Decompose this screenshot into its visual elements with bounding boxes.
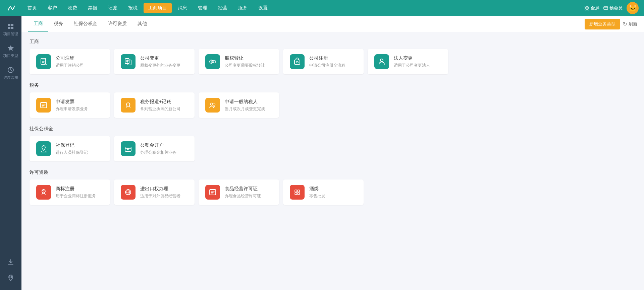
nav-message[interactable]: 消息 [173,3,192,13]
nav-service[interactable]: 服务 [233,3,252,13]
section-title-business: 工商 [30,39,636,45]
card-icon-invoice [36,98,51,113]
location-icon-btn[interactable] [0,271,21,285]
sidebar-item-project-type[interactable]: 项目类型 [0,41,21,62]
card-info-company-register: 公司注册 申请公司注册全流程 [309,55,357,68]
nav-bill[interactable]: 票据 [83,3,102,13]
card-company-change[interactable]: 公司变更 股权变更外的业务变更 [114,49,195,74]
logo [5,2,17,14]
svg-point-20 [380,59,383,62]
card-icon-alcohol [290,185,305,200]
fullscreen-btn[interactable]: 全屏 [585,5,599,11]
cards-grid-business: 公司注销 适用于注销公司 公司变更 股权变更外的业务变更 [30,49,636,74]
svg-rect-1 [588,6,589,7]
card-info-trademark: 商标注册 用于企业商标注册服务 [56,186,103,199]
nav-business[interactable]: 工商项目 [144,3,172,13]
card-info-fund-account: 公积金开户 办理公积金相关业务 [140,142,188,155]
tab-business[interactable]: 工商 [28,16,48,32]
tab-other[interactable]: 其他 [132,16,152,32]
card-import-export[interactable]: 进出口权办理 适用于对外贸易经营者 [114,179,195,205]
sidebar: 项目管理 项目类型 进度监测 [0,16,21,290]
card-icon-trademark [36,185,51,200]
card-alcohol[interactable]: 酒类 零售批发 [283,179,364,205]
card-fund-account[interactable]: 公积金开户 办理公积金相关业务 [114,136,195,161]
svg-rect-34 [298,193,300,195]
card-info-alcohol: 酒类 零售批发 [309,186,357,199]
sidebar-bottom-actions [0,255,21,290]
svg-rect-21 [41,102,47,108]
svg-rect-0 [585,6,586,7]
sidebar-item-progress[interactable]: 进度监测 [0,62,21,84]
card-social-register[interactable]: 社保登记 进行人员社保登记 [30,136,110,161]
tab-social-security[interactable]: 社保公积金 [68,16,103,32]
nav-client[interactable]: 客户 [43,3,62,13]
svg-rect-33 [295,193,297,195]
card-info-company-cancel: 公司注销 适用于注销公司 [56,55,103,68]
card-info-invoice: 申请发票 办理申请发票业务 [56,99,103,112]
mascot-avatar: 🐱 [627,2,639,14]
card-tax-payer[interactable]: 申请一般纳税人 当月或次月成变更完成 [199,92,279,118]
top-right-actions: 全屏 畅会员 🐱 [585,2,639,14]
cards-grid-social: 社保登记 进行人员社保登记 公积金开户 办理公积金相关业务 [30,136,636,161]
card-legal-change[interactable]: 法人变更 适用于公司变更法人 [368,49,448,74]
section-title-tax: 税务 [30,82,636,88]
card-icon-tax-payer [205,98,220,113]
section-title-license: 许可资质 [30,169,636,175]
svg-point-11 [10,276,12,278]
card-info-import-export: 进出口权办理 适用于对外贸易经营者 [140,186,188,199]
refresh-icon: ↻ [623,21,627,27]
card-invoice[interactable]: 申请发票 办理申请发票业务 [30,92,110,118]
nav-tax[interactable]: 报税 [123,3,142,13]
card-icon-fund-account [121,141,136,156]
nav-items: 首页 客户 收费 票据 记账 报税 工商项目 消息 管理 经营 服务 设置 [23,3,585,13]
card-icon-social-register [36,141,51,156]
scroll-content[interactable]: 工商 公司注销 适用于注销公司 [21,32,644,290]
svg-point-23 [211,103,213,105]
card-icon-legal-change [374,54,389,69]
card-info-equity-transfer: 股权转让 公司变更需要股权转让 [225,55,272,68]
content-area: 工商 税务 社保公积金 许可资质 其他 新增业务类型 ↻ 刷新 工商 [21,16,644,290]
svg-rect-32 [298,190,300,192]
svg-rect-25 [125,147,131,151]
new-type-button[interactable]: 新增业务类型 [585,19,620,29]
cards-grid-tax: 申请发票 办理申请发票业务 税务报道+记账 拿到营业执照的新公司 [30,92,636,118]
tab-license[interactable]: 许可资质 [103,16,132,32]
vip-btn[interactable]: 畅会员 [603,5,623,11]
nav-fee[interactable]: 收费 [63,3,82,13]
nav-settings[interactable]: 设置 [254,3,272,13]
svg-rect-5 [8,24,10,26]
svg-point-24 [213,103,215,105]
card-company-cancel[interactable]: 公司注销 适用于注销公司 [30,49,110,74]
card-equity-transfer[interactable]: 股权转让 公司变更需要股权转让 [199,49,279,74]
nav-home[interactable]: 首页 [23,3,42,13]
card-icon-company-cancel [36,54,51,69]
card-icon-company-change [121,54,136,69]
card-info-tax-payer: 申请一般纳税人 当月或次月成变更完成 [225,99,272,112]
nav-manage[interactable]: 管理 [193,3,212,13]
refresh-button[interactable]: ↻ 刷新 [623,21,637,27]
card-info-legal-change: 法人变更 适用于公司变更法人 [394,55,441,68]
svg-rect-31 [295,190,297,192]
top-navigation: 首页 客户 收费 票据 记账 报税 工商项目 消息 管理 经营 服务 设置 全屏… [0,0,644,16]
card-icon-equity-transfer [205,54,220,69]
svg-rect-6 [11,24,13,26]
svg-rect-8 [11,27,13,29]
card-trademark[interactable]: 商标注册 用于企业商标注册服务 [30,179,110,205]
download-icon-btn[interactable] [0,255,21,269]
card-info-tax-report: 税务报道+记账 拿到营业执照的新公司 [140,99,188,112]
tab-tax[interactable]: 税务 [48,16,68,32]
svg-rect-4 [604,7,608,9]
sidebar-item-project-manage[interactable]: 项目管理 [0,19,21,41]
card-icon-tax-report [121,98,136,113]
tab-actions: 新增业务类型 ↻ 刷新 [585,19,637,29]
svg-rect-19 [296,62,298,63]
nav-operation[interactable]: 经营 [213,3,232,13]
cards-grid-license: 商标注册 用于企业商标注册服务 进出口权办理 适用于对外贸易经营者 [30,179,636,205]
card-company-register[interactable]: 公司注册 申请公司注册全流程 [283,49,364,74]
card-food-license[interactable]: 食品经营许可证 办理食品经营许可证 [199,179,279,205]
svg-marker-9 [8,45,14,51]
svg-rect-7 [8,27,10,29]
card-info-social-register: 社保登记 进行人员社保登记 [56,142,103,155]
card-tax-report[interactable]: 税务报道+记账 拿到营业执照的新公司 [114,92,195,118]
nav-account[interactable]: 记账 [103,3,122,13]
